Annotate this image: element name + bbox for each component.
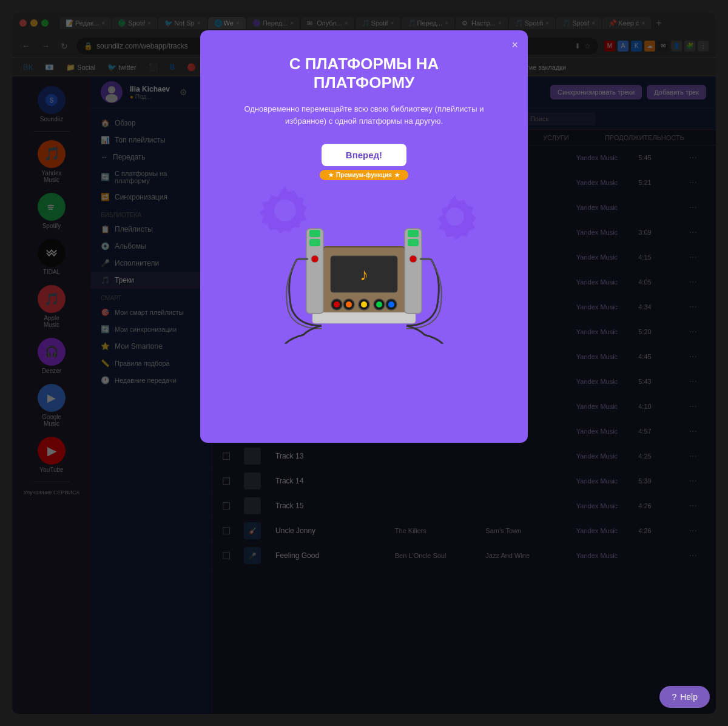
svg-point-22: [388, 301, 394, 308]
premium-badge: ★ Премиум-функция ★: [320, 170, 408, 180]
svg-rect-28: [297, 258, 308, 260]
svg-point-16: [346, 301, 352, 308]
svg-rect-30: [408, 230, 419, 237]
star-left-icon: ★: [328, 172, 334, 178]
modal-illustration: ♪: [231, 198, 497, 344]
svg-point-32: [410, 255, 417, 263]
svg-rect-31: [408, 239, 419, 246]
gear-right-icon: [425, 186, 485, 247]
modal-description: Одновременно перемещайте всю свою библио…: [231, 103, 497, 127]
svg-text:♪: ♪: [360, 265, 368, 284]
help-button[interactable]: ? Help: [659, 686, 710, 708]
gear-left-icon: [249, 174, 322, 247]
svg-point-27: [311, 255, 318, 263]
modal-close-button[interactable]: ×: [511, 39, 518, 52]
browser-window: 📝 Редак... × 🎵 Spotif × 🐦 Not Sp × 🌐 We …: [12, 12, 716, 714]
help-widget: ? Help ×: [692, 696, 704, 708]
svg-point-18: [361, 301, 367, 308]
svg-rect-23: [312, 312, 416, 323]
svg-rect-33: [420, 258, 431, 260]
forward-button[interactable]: Вперед!: [322, 144, 406, 166]
platform-transfer-modal: × С ПЛАТФОРМЫ НАПЛАТФОРМУ Одновременно п…: [200, 30, 528, 443]
svg-point-14: [334, 301, 340, 308]
star-right-icon: ★: [394, 172, 400, 178]
modal-title: С ПЛАТФОРМЫ НАПЛАТФОРМУ: [289, 55, 439, 92]
question-mark-icon: ?: [672, 692, 676, 702]
svg-point-7: [274, 200, 296, 221]
svg-point-8: [446, 207, 464, 226]
svg-point-20: [376, 301, 382, 308]
modal-actions: Вперед! ★ Премиум-функция ★: [320, 144, 408, 180]
modal-overlay[interactable]: × С ПЛАТФОРМЫ НАПЛАТФОРМУ Одновременно п…: [12, 12, 716, 714]
